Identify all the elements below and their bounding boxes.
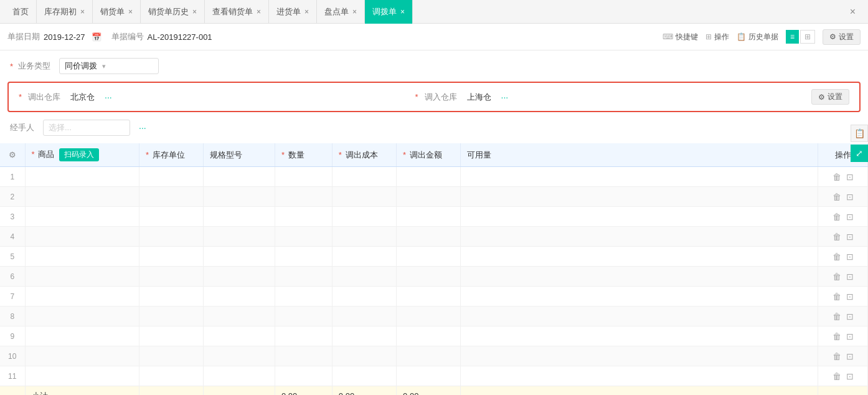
row-num-9: 9 xyxy=(0,326,25,346)
copy-icon-8[interactable]: ⊡ xyxy=(846,312,854,321)
row-num-8: 8 xyxy=(0,307,25,326)
tab-sales-order[interactable]: 销货单 × xyxy=(93,0,141,24)
delete-icon-6[interactable]: 🗑 xyxy=(833,272,841,282)
tab-purchase-order[interactable]: 进货单 × xyxy=(269,0,317,24)
close-purchase-order[interactable]: × xyxy=(304,7,309,16)
warehouse-settings-icon: ⚙ xyxy=(818,93,825,102)
copy-icon-1[interactable]: ⊡ xyxy=(846,172,854,182)
copy-icon-4[interactable]: ⊡ xyxy=(846,232,854,242)
close-inventory-init[interactable]: × xyxy=(80,7,85,16)
layout-grid-button[interactable]: ⊞ xyxy=(800,30,815,44)
table-header-row: ⚙ * 商品 扫码录入 * 库存单位 规格型号 * 数量 xyxy=(0,143,868,167)
delete-icon-8[interactable]: 🗑 xyxy=(833,312,841,321)
transfer-out-dots-button[interactable]: ··· xyxy=(105,92,112,102)
person-placeholder: 选择... xyxy=(49,122,72,133)
copy-icon-3[interactable]: ⊡ xyxy=(846,212,854,222)
copy-icon-9[interactable]: ⊡ xyxy=(846,331,854,341)
tab-inventory-init[interactable]: 库存期初 × xyxy=(37,0,93,24)
subtotal-label: 小计 xyxy=(25,386,139,396)
table-row: 9 🗑⊡ xyxy=(0,326,868,346)
person-dots-button[interactable]: ··· xyxy=(139,123,146,133)
row-num-10: 10 xyxy=(0,346,25,366)
person-row: 经手人 选择... ··· xyxy=(0,117,868,143)
settings-gear-icon: ⚙ xyxy=(829,32,836,41)
date-value: 2019-12-27 xyxy=(44,32,85,42)
right-float-panel: 📋 ⤢ xyxy=(851,125,868,162)
product-cell-1[interactable] xyxy=(25,167,139,187)
subtotal-row: 小计 0.00 0.00 0.00 xyxy=(0,386,868,396)
operations-icon: ⊞ xyxy=(705,32,712,41)
person-label: 经手人 xyxy=(10,122,34,133)
table-row: 7 🗑⊡ xyxy=(0,287,868,307)
close-view-sales[interactable]: × xyxy=(257,7,261,16)
table-settings-icon[interactable]: ⚙ xyxy=(9,150,16,159)
delete-icon-2[interactable]: 🗑 xyxy=(833,192,841,202)
amount-cell-1 xyxy=(397,167,461,187)
op-cell-1: 🗑 ⊡ xyxy=(818,167,868,187)
doc-num-value: AL-20191227-001 xyxy=(148,32,212,42)
row-num-7: 7 xyxy=(0,287,25,307)
close-sales-order[interactable]: × xyxy=(128,7,133,16)
delete-icon-9[interactable]: 🗑 xyxy=(833,331,841,341)
row-num-3: 3 xyxy=(0,207,25,227)
doc-num-label: 单据编号 xyxy=(111,31,144,42)
close-sales-history[interactable]: × xyxy=(192,7,197,16)
transfer-out-label: 调出仓库 xyxy=(28,92,60,103)
copy-icon-7[interactable]: ⊡ xyxy=(846,292,854,302)
form-row-1: * 业务类型 同价调拨 ▾ xyxy=(10,55,858,77)
layout-list-button[interactable]: ≡ xyxy=(786,30,799,44)
float-doc-button[interactable]: 📋 xyxy=(851,125,868,142)
delete-icon-1[interactable]: 🗑 xyxy=(833,172,841,182)
shortcut-icon: ⌨ xyxy=(663,32,673,41)
table-body: 1 🗑 ⊡ 2 🗑⊡ xyxy=(0,167,868,396)
shortcut-button[interactable]: ⌨ 快捷键 xyxy=(663,32,698,42)
copy-icon-6[interactable]: ⊡ xyxy=(846,272,854,282)
delete-icon-5[interactable]: 🗑 xyxy=(833,252,841,262)
th-amount: * 调出金额 xyxy=(397,143,461,167)
th-cost: * 调出成本 xyxy=(332,143,396,167)
tab-stock-check[interactable]: 盘点单 × xyxy=(317,0,365,24)
transfer-out-field: * 调出仓库 北京仓 ··· xyxy=(19,92,390,103)
transfer-in-field: * 调入仓库 上海仓 ··· xyxy=(415,92,787,103)
close-transfer-order[interactable]: × xyxy=(400,7,405,16)
delete-icon-7[interactable]: 🗑 xyxy=(833,292,841,302)
transfer-in-dots-button[interactable]: ··· xyxy=(501,92,509,102)
operations-button[interactable]: ⊞ 操作 xyxy=(705,32,729,42)
table-row: 5 🗑⊡ xyxy=(0,247,868,267)
tab-home[interactable]: 首页 xyxy=(5,0,37,24)
delete-icon-3[interactable]: 🗑 xyxy=(833,212,841,222)
table-row: 10 🗑⊡ xyxy=(0,346,868,366)
th-settings: ⚙ xyxy=(0,143,25,167)
table-row: 6 🗑⊡ xyxy=(0,267,868,287)
tab-transfer-order[interactable]: 调拨单 × xyxy=(365,0,413,24)
business-type-select[interactable]: 同价调拨 ▾ xyxy=(59,58,159,74)
close-stock-check[interactable]: × xyxy=(352,7,357,16)
calendar-icon[interactable]: 📅 xyxy=(92,32,101,42)
date-label: 单据日期 xyxy=(7,31,40,42)
copy-icon-2[interactable]: ⊡ xyxy=(846,192,854,202)
delete-icon-4[interactable]: 🗑 xyxy=(833,232,841,242)
delete-icon-10[interactable]: 🗑 xyxy=(833,351,841,361)
copy-icon-10[interactable]: ⊡ xyxy=(846,351,854,361)
business-type-field: * 业务类型 同价调拨 ▾ xyxy=(10,55,184,77)
cost-cell-1 xyxy=(332,167,396,187)
history-button[interactable]: 📋 历史单据 xyxy=(737,32,778,42)
table-row: 3 🗑⊡ xyxy=(0,207,868,227)
person-select[interactable]: 选择... xyxy=(43,120,130,136)
tab-sales-history[interactable]: 销货单历史 × xyxy=(141,0,205,24)
copy-icon-11[interactable]: ⊡ xyxy=(846,371,854,381)
tab-view-sales[interactable]: 查看销货单 × xyxy=(205,0,269,24)
th-product: * 商品 扫码录入 xyxy=(25,143,139,167)
copy-icon-5[interactable]: ⊡ xyxy=(846,252,854,262)
settings-button[interactable]: ⚙ 设置 xyxy=(823,29,861,45)
qty-cell-1 xyxy=(275,167,333,187)
scan-button[interactable]: 扫码录入 xyxy=(59,148,99,161)
window-close-button[interactable]: × xyxy=(842,6,863,17)
float-expand-button[interactable]: ⤢ xyxy=(851,145,868,162)
warehouse-settings-button[interactable]: ⚙ 设置 xyxy=(811,89,849,105)
delete-icon-11[interactable]: 🗑 xyxy=(833,371,841,381)
row-num-4: 4 xyxy=(0,227,25,247)
product-table-container: ⚙ * 商品 扫码录入 * 库存单位 规格型号 * 数量 xyxy=(0,143,868,395)
row-num-11: 11 xyxy=(0,366,25,386)
table-row: 11 🗑⊡ xyxy=(0,366,868,386)
